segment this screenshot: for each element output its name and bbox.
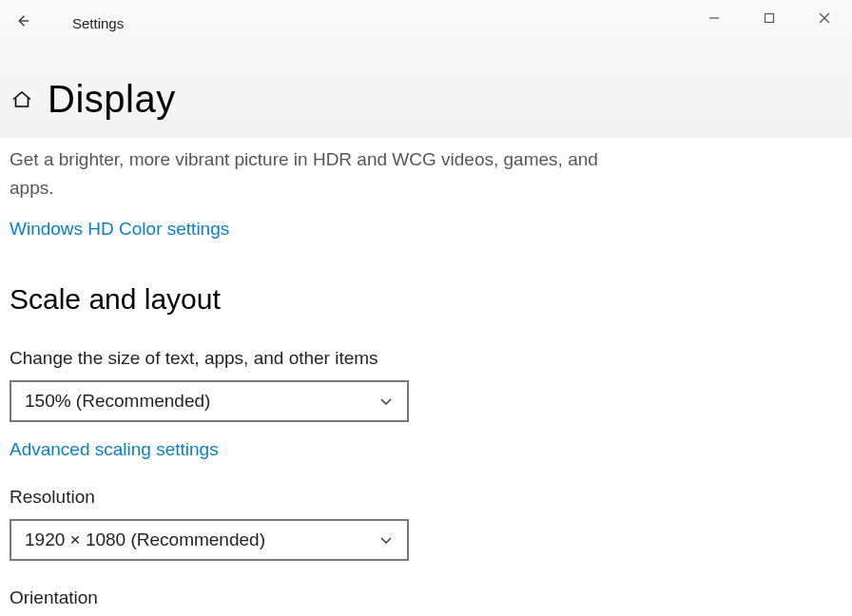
minimize-button[interactable]	[687, 0, 742, 38]
scale-layout-heading: Scale and layout	[10, 283, 842, 316]
home-icon	[10, 87, 34, 112]
page-title: Display	[48, 78, 176, 121]
close-button[interactable]	[797, 0, 852, 38]
hd-color-settings-link[interactable]: Windows HD Color settings	[10, 219, 229, 240]
orientation-label: Orientation	[10, 587, 842, 608]
text-size-dropdown[interactable]: 150% (Recommended)	[10, 380, 409, 422]
window-controls	[687, 0, 852, 38]
svg-rect-1	[765, 14, 774, 23]
minimize-icon	[708, 10, 720, 28]
content-area: Get a brighter, more vibrant picture in …	[0, 145, 852, 608]
text-size-value: 150% (Recommended)	[25, 391, 210, 412]
text-size-label: Change the size of text, apps, and other…	[10, 348, 842, 369]
maximize-icon	[764, 10, 775, 28]
close-icon	[819, 10, 830, 28]
resolution-value: 1920 × 1080 (Recommended)	[25, 529, 265, 550]
page-header: Display	[0, 46, 852, 138]
chevron-down-icon	[378, 532, 394, 548]
back-button[interactable]	[0, 0, 46, 46]
maximize-button[interactable]	[742, 0, 797, 38]
chevron-down-icon	[378, 394, 394, 409]
arrow-left-icon	[14, 12, 31, 33]
window-title: Settings	[72, 15, 124, 31]
hdr-description: Get a brighter, more vibrant picture in …	[10, 145, 628, 203]
advanced-scaling-link[interactable]: Advanced scaling settings	[10, 439, 219, 460]
titlebar: Settings	[0, 0, 852, 46]
resolution-label: Resolution	[10, 487, 842, 508]
resolution-dropdown[interactable]: 1920 × 1080 (Recommended)	[10, 519, 409, 561]
page-title-row: Display	[10, 78, 842, 121]
